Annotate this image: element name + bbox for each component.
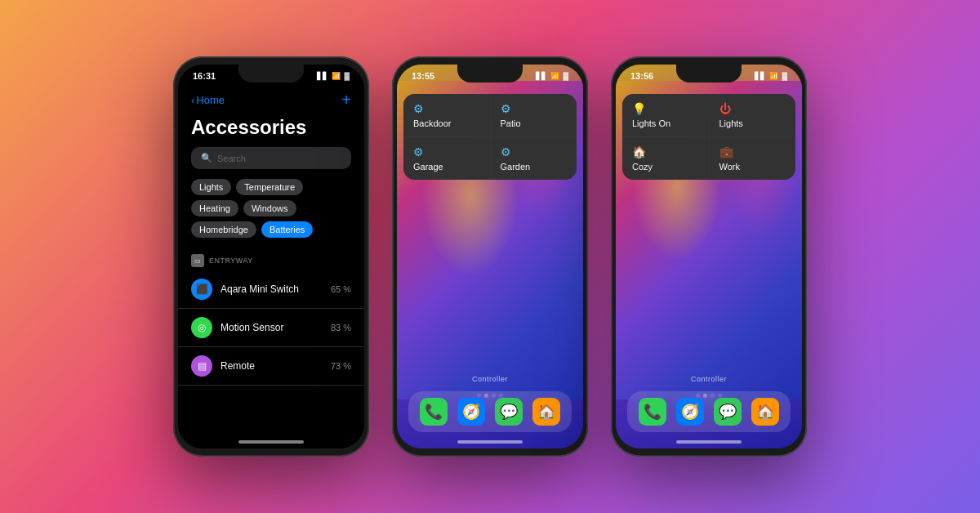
search-icon: 🔍	[201, 153, 212, 163]
dock-safari-3[interactable]: 🧭	[676, 398, 704, 426]
dock-2: 📞 🧭 💬 🏠	[408, 391, 572, 432]
lights-out-icon: ⏻	[719, 102, 786, 115]
filter-windows[interactable]: Windows	[243, 200, 296, 216]
device-icon-2: ◎	[191, 317, 212, 338]
controller-label-3: Controller	[691, 375, 727, 383]
wifi-icon-3: 📶	[769, 72, 778, 80]
garden-label: Garden	[501, 162, 568, 172]
section-icon: ▭	[191, 254, 204, 267]
dock-home-3[interactable]: 🏠	[751, 398, 779, 426]
controller-label-2: Controller	[472, 375, 508, 383]
device-item-3[interactable]: ▤ Remote 73 %	[178, 347, 364, 386]
dock-home-2[interactable]: 🏠	[532, 398, 560, 426]
wifi-icon: 📶	[332, 72, 341, 80]
device-item-1[interactable]: ⬛ Aqara Mini Switch 65 %	[178, 270, 364, 309]
device-pct-3: 73 %	[331, 361, 351, 371]
notch-2	[457, 65, 523, 83]
section-header: ▭ ENTRYWAY	[178, 243, 364, 270]
wifi-icon-2: 📶	[550, 72, 559, 80]
cozy-label: Cozy	[632, 162, 699, 172]
device-item-2[interactable]: ◎ Motion Sensor 83 %	[178, 309, 364, 347]
menu-item-garage[interactable]: ⚙ Garage	[403, 137, 490, 180]
device-icon-1: ⬛	[191, 279, 212, 300]
patio-label: Patio	[501, 118, 568, 128]
phone-3-screen: 13:56 ▋▋ 📶 ▓ 💡 Lights On ⏻	[616, 65, 802, 448]
dock-3: 📞 🧭 💬 🏠	[627, 391, 791, 432]
search-bar[interactable]: 🔍 Search	[191, 147, 351, 169]
status-icons-3: ▋▋ 📶 ▓	[755, 72, 787, 80]
section-label: ENTRYWAY	[209, 256, 253, 265]
status-time-1: 16:31	[193, 71, 216, 81]
garage-icon: ⚙	[413, 145, 480, 158]
garden-icon: ⚙	[501, 145, 568, 158]
device-name-1: Aqara Mini Switch	[220, 283, 331, 295]
menu-item-cozy[interactable]: 🏠 Cozy	[622, 137, 709, 180]
menu-item-backdoor[interactable]: ⚙ Backdoor	[403, 94, 490, 136]
dock-phone-2[interactable]: 📞	[420, 398, 448, 426]
menu-item-garden[interactable]: ⚙ Garden	[491, 137, 577, 180]
context-menu-3: 💡 Lights On ⏻ Lights 🏠 Cozy 💼 Work	[622, 94, 795, 180]
battery-icon-2: ▓	[563, 72, 568, 80]
lights-on-icon: 💡	[632, 102, 699, 115]
work-label: Work	[719, 162, 786, 172]
device-name-3: Remote	[220, 360, 331, 372]
door-icon: ▭	[194, 257, 201, 265]
home-indicator-3	[676, 440, 742, 444]
menu-grid-2: ⚙ Backdoor ⚙ Patio ⚙ Garage ⚙ Garden	[403, 94, 577, 180]
context-menu-2: ⚙ Backdoor ⚙ Patio ⚙ Garage ⚙ Garden	[403, 94, 577, 180]
menu-grid-3: 💡 Lights On ⏻ Lights 🏠 Cozy 💼 Work	[622, 94, 795, 180]
search-placeholder: Search	[217, 154, 246, 163]
dock-phone-3[interactable]: 📞	[639, 398, 666, 426]
filter-row: Lights Temperature Heating Windows Homeb…	[178, 179, 364, 243]
lights-out-label: Lights	[719, 118, 786, 128]
status-icons-1: ▋▋ 📶 ▓	[317, 72, 350, 80]
wallpaper-3: 13:56 ▋▋ 📶 ▓ 💡 Lights On ⏻	[616, 65, 802, 448]
phone-1: 16:31 ▋▋ 📶 ▓ ‹ Home + Accessories 🔍 Sear…	[173, 56, 369, 457]
remote-icon: ▤	[198, 360, 207, 372]
phone-3: 13:56 ▋▋ 📶 ▓ 💡 Lights On ⏻	[611, 56, 807, 457]
device-name-2: Motion Sensor	[220, 322, 331, 333]
chevron-left-icon: ‹	[191, 94, 194, 106]
phone-1-screen: 16:31 ▋▋ 📶 ▓ ‹ Home + Accessories 🔍 Sear…	[178, 65, 364, 448]
status-time-2: 13:55	[412, 71, 434, 81]
notch-3	[676, 65, 742, 83]
signal-icon: ▋▋	[317, 72, 328, 80]
battery-icon: ▓	[344, 72, 350, 80]
filter-temperature[interactable]: Temperature	[236, 179, 303, 195]
signal-icon-2: ▋▋	[536, 72, 547, 80]
device-icon-3: ▤	[191, 355, 212, 377]
battery-icon-3: ▓	[782, 72, 787, 80]
filter-batteries[interactable]: Batteries	[261, 221, 313, 238]
nav-back-label: Home	[196, 94, 225, 106]
motion-icon: ◎	[198, 322, 206, 333]
signal-icon-3: ▋▋	[755, 72, 766, 80]
dock-messages-3[interactable]: 💬	[714, 398, 742, 426]
switch-icon: ⬛	[196, 283, 208, 295]
back-button[interactable]: ‹ Home	[191, 94, 225, 106]
home-indicator-1	[238, 440, 304, 444]
accessories-title: Accessories	[178, 113, 364, 147]
menu-item-patio[interactable]: ⚙ Patio	[491, 94, 577, 136]
menu-item-lights-on[interactable]: 💡 Lights On	[622, 94, 709, 136]
add-button[interactable]: +	[341, 91, 351, 109]
dock-messages-2[interactable]: 💬	[495, 398, 523, 426]
dock-safari-2[interactable]: 🧭	[457, 398, 485, 426]
work-icon: 💼	[719, 145, 786, 158]
filter-lights[interactable]: Lights	[191, 179, 231, 195]
backdoor-icon: ⚙	[413, 102, 480, 115]
device-pct-1: 65 %	[331, 284, 351, 294]
filter-heating[interactable]: Heating	[191, 200, 238, 216]
phone-2-screen: 13:55 ▋▋ 📶 ▓ ⚙ Backdoor ⚙	[397, 65, 583, 448]
garage-label: Garage	[413, 162, 480, 172]
phone-2: 13:55 ▋▋ 📶 ▓ ⚙ Backdoor ⚙	[392, 56, 588, 457]
wallpaper-2: 13:55 ▋▋ 📶 ▓ ⚙ Backdoor ⚙	[397, 65, 583, 448]
filter-homebridge[interactable]: Homebridge	[191, 221, 256, 238]
lights-on-label: Lights On	[632, 118, 699, 128]
accessories-screen: 16:31 ▋▋ 📶 ▓ ‹ Home + Accessories 🔍 Sear…	[178, 65, 364, 448]
menu-item-work[interactable]: 💼 Work	[710, 137, 796, 180]
device-pct-2: 83 %	[331, 323, 351, 332]
status-icons-2: ▋▋ 📶 ▓	[536, 72, 568, 80]
cozy-icon: 🏠	[632, 145, 699, 158]
home-indicator-2	[457, 440, 523, 444]
menu-item-lights-out[interactable]: ⏻ Lights	[710, 94, 796, 136]
